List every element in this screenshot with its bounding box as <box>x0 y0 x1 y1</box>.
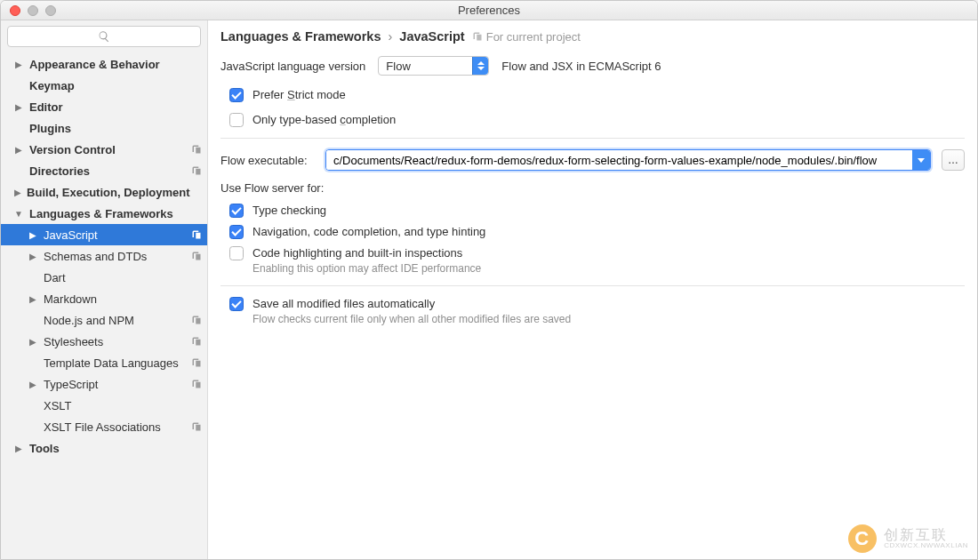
chevron-right-icon[interactable]: ▶ <box>28 294 38 304</box>
search-input[interactable] <box>7 26 201 47</box>
sidebar-item-label: Stylesheets <box>44 335 188 348</box>
chevron-updown-icon <box>472 57 488 75</box>
autosave-label: Save all modified files automatically <box>253 297 571 311</box>
sidebar-item-xslt-file-associations[interactable]: XSLT File Associations <box>1 416 207 437</box>
sidebar-item-label: Directories <box>29 164 188 178</box>
lang-version-select[interactable]: Flow <box>378 56 489 76</box>
crumb-parent[interactable]: Languages & Frameworks <box>220 29 381 44</box>
sidebar-item-tools[interactable]: ▶Tools <box>1 437 207 459</box>
sidebar-item-label: TypeScript <box>44 378 188 391</box>
sidebar-item-markdown[interactable]: ▶Markdown <box>1 288 207 309</box>
chevron-down-icon[interactable] <box>912 150 930 170</box>
crumb-current: JavaScript <box>399 29 464 44</box>
sidebar-item-label: XSLT <box>44 399 188 412</box>
sidebar-item-typescript[interactable]: ▶TypeScript <box>1 373 207 395</box>
project-scope-icon <box>188 379 202 389</box>
sidebar-item-version-control[interactable]: ▶Version Control <box>1 139 207 160</box>
sidebar-item-label: Plugins <box>29 122 188 135</box>
lang-version-note: Flow and JSX in ECMAScript 6 <box>501 60 661 73</box>
highlighting-label: Code highlighting and built-in inspectio… <box>253 246 481 260</box>
project-scope-icon <box>188 336 202 347</box>
sidebar-item-label: Tools <box>29 442 188 455</box>
copy-icon <box>472 31 483 42</box>
autosave-sublabel: Flow checks current file only when all o… <box>253 313 571 325</box>
sidebar-item-stylesheets[interactable]: ▶Stylesheets <box>1 331 207 352</box>
sidebar-item-template-data-languages[interactable]: Template Data Languages <box>1 352 207 373</box>
sidebar-item-directories[interactable]: Directories <box>1 160 207 181</box>
type-checking-label: Type checking <box>253 204 326 218</box>
highlighting-sublabel: Enabling this option may affect IDE perf… <box>253 262 481 275</box>
watermark-logo-icon <box>848 524 877 553</box>
sidebar-item-label: Dart <box>44 271 188 284</box>
sidebar-item-languages-frameworks[interactable]: ▼Languages & Frameworks <box>1 203 207 224</box>
sidebar-item-label: Template Data Languages <box>44 356 188 370</box>
type-checking-checkbox[interactable] <box>229 204 244 218</box>
type-only-checkbox[interactable] <box>229 113 244 127</box>
divider <box>220 285 965 286</box>
sidebar-item-build-execution-deployment[interactable]: ▶Build, Execution, Deployment <box>1 181 207 203</box>
chevron-right-icon[interactable]: ▶ <box>13 444 24 453</box>
type-only-label: Only type-based completion <box>253 113 396 127</box>
sidebar-item-editor[interactable]: ▶Editor <box>1 96 207 117</box>
chevron-right-icon[interactable]: ▶ <box>13 145 24 155</box>
preferences-window: Preferences ▶Appearance & BehaviorKeymap… <box>0 0 978 560</box>
watermark: 创新互联 CDXWCX.NWWAXLIAN <box>848 524 968 553</box>
project-scope-icon <box>188 315 202 325</box>
use-flow-label: Use Flow server for: <box>220 181 965 195</box>
chevron-right-icon[interactable]: ▶ <box>13 60 24 69</box>
chevron-right-icon[interactable]: ▶ <box>28 252 38 261</box>
nav-completion-checkbox[interactable] <box>229 225 244 239</box>
divider <box>220 138 965 139</box>
scope-badge: For current project <box>472 30 581 44</box>
project-scope-icon <box>188 357 202 368</box>
main-panel: Languages & Frameworks › JavaScript For … <box>208 20 977 559</box>
sidebar-item-label: Node.js and NPM <box>44 314 188 327</box>
sidebar-item-label: Schemas and DTDs <box>44 250 188 263</box>
strict-mode-checkbox[interactable] <box>229 88 244 102</box>
search-icon <box>98 30 110 43</box>
lang-version-label: JavaScript language version <box>220 60 365 73</box>
sidebar-item-keymap[interactable]: Keymap <box>1 75 207 96</box>
project-scope-icon <box>188 229 202 240</box>
window-title: Preferences <box>1 4 977 17</box>
highlighting-checkbox[interactable] <box>229 246 244 260</box>
sidebar-item-appearance-behavior[interactable]: ▶Appearance & Behavior <box>1 53 207 75</box>
sidebar-item-label: XSLT File Associations <box>44 420 188 434</box>
sidebar-item-label: Markdown <box>44 292 188 306</box>
sidebar-item-label: JavaScript <box>44 228 188 242</box>
sidebar-item-label: Keymap <box>29 79 188 92</box>
nav-completion-label: Navigation, code completion, and type hi… <box>253 225 485 239</box>
sidebar-item-dart[interactable]: Dart <box>1 267 207 288</box>
chevron-right-icon[interactable]: ▶ <box>28 230 38 240</box>
sidebar-item-plugins[interactable]: Plugins <box>1 117 207 139</box>
sidebar: ▶Appearance & BehaviorKeymap▶EditorPlugi… <box>1 20 208 559</box>
project-scope-icon <box>188 251 202 261</box>
project-scope-icon <box>188 421 202 432</box>
chevron-right-icon[interactable]: ▶ <box>28 380 38 389</box>
sidebar-item-label: Build, Execution, Deployment <box>27 186 189 199</box>
sidebar-item-label: Appearance & Behavior <box>29 58 188 71</box>
sidebar-item-javascript[interactable]: ▶JavaScript <box>1 224 207 245</box>
category-tree[interactable]: ▶Appearance & BehaviorKeymap▶EditorPlugi… <box>1 53 207 559</box>
sidebar-item-schemas-and-dtds[interactable]: ▶Schemas and DTDs <box>1 245 207 267</box>
chevron-right-icon[interactable]: ▶ <box>28 337 38 347</box>
flow-exec-field[interactable] <box>325 149 931 171</box>
autosave-checkbox[interactable] <box>229 297 244 311</box>
sidebar-item-label: Version Control <box>29 143 188 156</box>
project-scope-icon <box>188 144 202 155</box>
breadcrumb: Languages & Frameworks › JavaScript For … <box>220 29 965 44</box>
sidebar-item-label: Languages & Frameworks <box>29 207 188 220</box>
sidebar-item-label: Editor <box>29 100 188 114</box>
chevron-right-icon: › <box>389 29 393 44</box>
chevron-right-icon[interactable]: ▶ <box>13 188 22 197</box>
chevron-right-icon[interactable]: ▶ <box>13 102 24 112</box>
strict-mode-label: Prefer Strict mode <box>253 88 346 102</box>
chevron-down-icon[interactable]: ▼ <box>13 209 24 219</box>
titlebar: Preferences <box>1 1 977 20</box>
browse-button[interactable]: … <box>942 149 965 171</box>
sidebar-item-xslt[interactable]: XSLT <box>1 395 207 416</box>
sidebar-item-node-js-and-npm[interactable]: Node.js and NPM <box>1 309 207 331</box>
flow-exec-label: Flow executable: <box>220 154 315 167</box>
project-scope-icon <box>188 165 202 176</box>
flow-exec-input[interactable] <box>326 150 912 170</box>
